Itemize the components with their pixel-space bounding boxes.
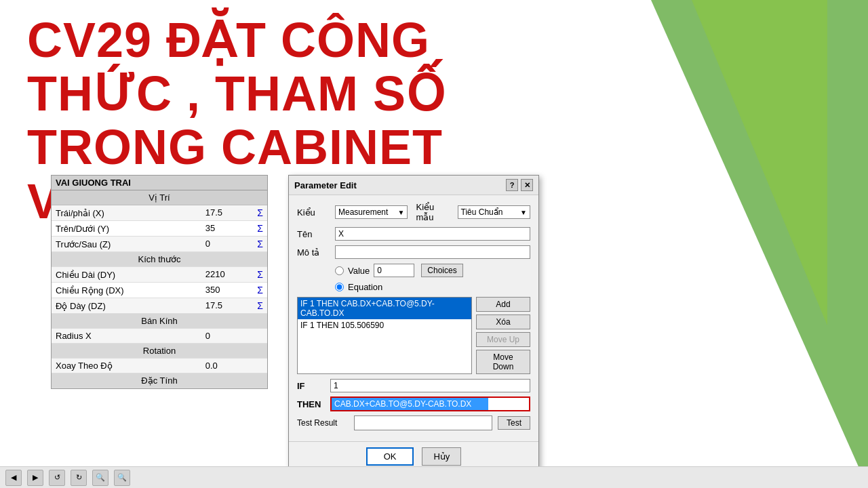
equation-list[interactable]: IF 1 THEN CAB.DX+CAB.TO@5.DY-CAB.TO.DX I… bbox=[297, 297, 472, 374]
green-triangle-left bbox=[692, 0, 827, 325]
table-row: Chiều Dài (DY) 2210 Σ bbox=[52, 267, 267, 283]
then-row: THEN bbox=[297, 396, 530, 411]
ok-button[interactable]: OK bbox=[366, 447, 414, 466]
test-result-input[interactable] bbox=[354, 415, 492, 430]
taskbar-undo-button[interactable]: ↺ bbox=[49, 470, 65, 486]
row-label: Trên/Dưới (Y) bbox=[52, 221, 201, 237]
sigma-icon: Σ bbox=[257, 239, 263, 249]
equation-area: IF 1 THEN CAB.DX+CAB.TO@5.DY-CAB.TO.DX I… bbox=[297, 297, 530, 374]
sigma-icon: Σ bbox=[257, 300, 263, 311]
equation-radio-row: Equation bbox=[297, 282, 530, 292]
kieu-dropdown[interactable]: Measurement ▼ bbox=[335, 205, 408, 219]
moveup-button[interactable]: Move Up bbox=[476, 332, 530, 347]
sigma-icon: Σ bbox=[257, 269, 263, 280]
row-label: Độ Dày (DZ) bbox=[52, 298, 201, 314]
then-input-wrapper bbox=[330, 396, 530, 411]
cancel-button[interactable]: Hủy bbox=[422, 447, 461, 466]
chevron-down-icon: ▼ bbox=[398, 209, 405, 216]
movedown-button[interactable]: Move Down bbox=[476, 350, 530, 374]
sigma-icon: Σ bbox=[257, 223, 263, 234]
row-value: 0 bbox=[201, 329, 267, 344]
section-label: Đặc Tính bbox=[52, 373, 267, 388]
close-button[interactable]: ✕ bbox=[521, 179, 533, 191]
add-button[interactable]: Add bbox=[476, 297, 530, 312]
test-result-row: Test Result Test bbox=[297, 415, 530, 430]
section-header: Bán Kính bbox=[52, 314, 267, 329]
mota-input[interactable] bbox=[335, 245, 530, 259]
value-radio-row: Value Choices bbox=[297, 264, 530, 277]
then-label: THEN bbox=[297, 399, 328, 409]
equation-item[interactable]: IF 1 THEN 105.506590 bbox=[298, 319, 471, 331]
table-row: Trên/Dưới (Y) 35 Σ bbox=[52, 221, 267, 237]
row-label: Xoay Theo Độ bbox=[52, 359, 201, 373]
chevron-down-icon: ▼ bbox=[520, 209, 527, 216]
equation-label: Equation bbox=[348, 282, 382, 292]
mota-row: Mô tả bbox=[297, 245, 530, 259]
section-label: Rotation bbox=[52, 344, 267, 359]
row-label: Trước/Sau (Z) bbox=[52, 237, 201, 252]
kieuMau-dropdown[interactable]: Tiêu Chuẩn ▼ bbox=[458, 205, 530, 219]
parameter-edit-dialog: Parameter Edit ? ✕ Kiểu Measurement ▼ Ki… bbox=[288, 175, 539, 472]
test-button[interactable]: Test bbox=[498, 416, 530, 430]
if-label: IF bbox=[297, 381, 328, 391]
value-radio[interactable] bbox=[335, 266, 344, 275]
if-input[interactable] bbox=[330, 379, 530, 392]
table-row: Radius X 0 bbox=[52, 329, 267, 344]
taskbar-prev-button[interactable]: ◀ bbox=[5, 470, 22, 486]
equation-buttons: Add Xóa Move Up Move Down bbox=[476, 297, 530, 374]
section-label: Kích thước bbox=[52, 252, 267, 267]
panel-header: VAI GIUONG TRAI bbox=[52, 176, 267, 190]
taskbar-redo-button[interactable]: ↻ bbox=[71, 470, 87, 486]
row-value: 350 Σ bbox=[201, 283, 267, 298]
col-header: Vị Trí bbox=[52, 190, 267, 205]
table-row: Độ Dày (DZ) 17.5 Σ bbox=[52, 298, 267, 314]
row-label: Trái/phải (X) bbox=[52, 205, 201, 221]
row-value: 0.0 bbox=[201, 359, 267, 373]
taskbar-zoom1-button[interactable]: 🔍 bbox=[92, 470, 108, 486]
row-label: Radius X bbox=[52, 329, 201, 344]
if-row: IF bbox=[297, 379, 530, 392]
row-value: 0 Σ bbox=[201, 237, 267, 252]
table-row: Xoay Theo Độ 0.0 bbox=[52, 359, 267, 373]
value-input[interactable] bbox=[374, 264, 414, 277]
sigma-icon: Σ bbox=[257, 207, 263, 218]
mota-label: Mô tả bbox=[297, 247, 331, 258]
row-value: 17.5 Σ bbox=[201, 205, 267, 221]
ten-row: Tên bbox=[297, 227, 530, 241]
taskbar-next-button[interactable]: ▶ bbox=[27, 470, 43, 486]
choices-button[interactable]: Choices bbox=[421, 264, 462, 277]
table-row: Trước/Sau (Z) 0 Σ bbox=[52, 237, 267, 252]
ten-input[interactable] bbox=[335, 227, 530, 241]
section-header: Kích thước bbox=[52, 252, 267, 267]
kieuMau-label: Kiểu mẫu bbox=[416, 202, 453, 222]
section-header: Đặc Tính bbox=[52, 373, 267, 388]
dialog-title-controls: ? ✕ bbox=[506, 179, 533, 191]
row-value: 17.5 Σ bbox=[201, 298, 267, 314]
kieuMau-value: Tiêu Chuẩn bbox=[461, 207, 503, 217]
help-button[interactable]: ? bbox=[506, 179, 518, 191]
dialog-body: Kiểu Measurement ▼ Kiểu mẫu Tiêu Chuẩn ▼… bbox=[289, 195, 538, 441]
row-value: 2210 Σ bbox=[201, 267, 267, 283]
row-label: Chiều Rộng (DX) bbox=[52, 283, 201, 298]
dialog-title: Parameter Edit bbox=[294, 180, 357, 190]
kieu-row: Kiểu Measurement ▼ Kiểu mẫu Tiêu Chuẩn ▼ bbox=[297, 202, 530, 222]
then-input[interactable] bbox=[332, 398, 488, 410]
then-input-extra bbox=[488, 403, 529, 405]
xoa-button[interactable]: Xóa bbox=[476, 314, 530, 329]
sigma-icon: Σ bbox=[257, 285, 263, 296]
left-panel: VAI GIUONG TRAI Vị Trí Trái/phải (X) 17.… bbox=[51, 175, 268, 389]
equation-radio[interactable] bbox=[335, 283, 344, 291]
dialog-title-bar: Parameter Edit ? ✕ bbox=[289, 176, 538, 195]
value-label: Value bbox=[348, 266, 370, 276]
taskbar-zoom2-button[interactable]: 🔍 bbox=[114, 470, 130, 486]
ten-label: Tên bbox=[297, 229, 331, 239]
equation-item[interactable]: IF 1 THEN CAB.DX+CAB.TO@5.DY-CAB.TO.DX bbox=[298, 298, 471, 319]
kieu-value: Measurement bbox=[338, 207, 388, 217]
section-header: Rotation bbox=[52, 344, 267, 359]
kieu-label: Kiểu bbox=[297, 207, 331, 218]
taskbar: ◀ ▶ ↺ ↻ 🔍 🔍 bbox=[0, 466, 868, 488]
table-row: Trái/phải (X) 17.5 Σ bbox=[52, 205, 267, 221]
table-row: Chiều Rộng (DX) 350 Σ bbox=[52, 283, 267, 298]
row-value: 35 Σ bbox=[201, 221, 267, 237]
row-label: Chiều Dài (DY) bbox=[52, 267, 201, 283]
